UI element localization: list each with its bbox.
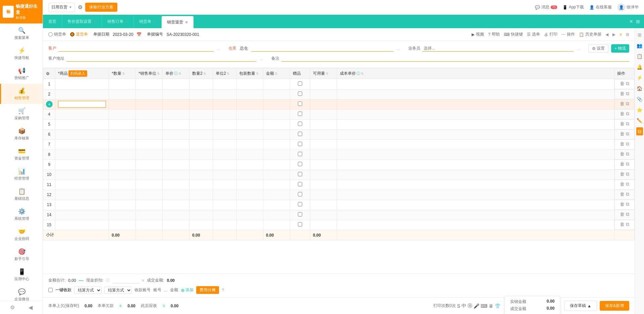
cell-unit-13[interactable] (136, 200, 163, 210)
copy-icon-7[interactable]: ⧉ (626, 141, 629, 148)
cell-gift-11[interactable] (290, 180, 310, 190)
cell-qty-11[interactable] (109, 180, 136, 190)
gift-checkbox-15[interactable] (298, 222, 302, 227)
cell-product-15[interactable] (55, 220, 109, 230)
cell-unit-4[interactable] (136, 109, 163, 119)
cell-qty2-1[interactable] (190, 79, 213, 89)
nav-prev-icon[interactable]: ◀ (605, 32, 608, 37)
copy-icon-8[interactable]: ⧉ (626, 151, 629, 158)
tab-close-sale-delivery[interactable]: ✕ (153, 20, 156, 23)
cell-qty2-2[interactable] (190, 89, 213, 99)
delete-icon-10[interactable]: 🗑 (620, 171, 625, 178)
gift-checkbox-13[interactable] (298, 202, 302, 206)
save-draft-btn[interactable]: 保存草稿 ▲ (564, 301, 597, 311)
payment-method-select[interactable]: 结算方式 (74, 287, 102, 294)
tab-sale-order[interactable]: 销售订单✕ (102, 15, 134, 28)
cell-product-5[interactable] (55, 119, 109, 129)
discount-input[interactable] (112, 277, 139, 284)
tab-close-sale-price[interactable]: ✕ (94, 20, 96, 23)
cell-unit-9[interactable] (136, 160, 163, 170)
copy-icon-10[interactable]: ⧉ (626, 171, 629, 178)
right-icon-6[interactable]: 🏠 (635, 84, 644, 92)
cell-cost-9[interactable] (337, 160, 614, 170)
cell-qty-5[interactable] (109, 119, 136, 129)
gift-checkbox-7[interactable] (298, 142, 302, 146)
sidebar-item-basic[interactable]: 📋 基础信息 (0, 184, 43, 204)
remark-input[interactable] (281, 55, 630, 62)
cell-cost-4[interactable] (337, 109, 614, 119)
cell-avail-1[interactable] (310, 79, 337, 89)
scan-btn[interactable]: 扫码录入 (68, 70, 87, 77)
cell-qty-7[interactable] (109, 139, 136, 149)
gift-checkbox-4[interactable] (298, 112, 302, 116)
copy-icon-11[interactable]: ⧉ (626, 181, 629, 188)
cell-price-13[interactable] (163, 200, 190, 210)
cell-cost-3[interactable] (337, 99, 614, 109)
add-fee-btn[interactable]: ⊕ 添加 (181, 287, 194, 293)
cell-qty-4[interactable] (109, 109, 136, 119)
salesman-input[interactable] (422, 45, 574, 52)
sidebar-item-marketing[interactable]: 📢 营销推广 (0, 64, 43, 84)
sidebar-item-purchase[interactable]: 🛒 采购管理 (0, 104, 43, 124)
cell-avail-7[interactable] (310, 139, 337, 149)
right-icon-7[interactable]: 📎 (635, 95, 644, 103)
cell-qty-8[interactable] (109, 149, 136, 160)
cell-qty-15[interactable] (109, 220, 136, 230)
cell-price-2[interactable] (163, 89, 190, 99)
delete-icon-1[interactable]: 🗑 (620, 81, 625, 87)
delete-icon-4[interactable]: 🗑 (620, 111, 625, 118)
add-row-btn[interactable]: + (46, 101, 53, 108)
settings-btn[interactable]: ⚙ 设置 (588, 44, 608, 53)
gift-checkbox-2[interactable] (298, 91, 302, 96)
gift-checkbox-3[interactable] (298, 102, 302, 106)
cell-qty-14[interactable] (109, 210, 136, 220)
copy-icon-14[interactable]: ⧉ (626, 211, 629, 218)
cell-gift-6[interactable] (290, 129, 310, 139)
gift-checkbox-10[interactable] (298, 172, 302, 176)
cell-unit2-7[interactable] (213, 139, 236, 149)
cell-cost-7[interactable] (337, 139, 614, 149)
calendar-icon[interactable]: 📅 (137, 32, 142, 37)
input-icon1[interactable]: 中 (462, 303, 466, 309)
cell-product-2[interactable] (55, 89, 109, 99)
cell-pkg-11[interactable] (236, 180, 263, 190)
cell-product-9[interactable] (55, 160, 109, 170)
address-dots-icon[interactable]: ... (260, 56, 263, 61)
cell-unit-11[interactable] (136, 180, 163, 190)
sidebar-item-shortcut[interactable]: ⚡ 快捷导航 (0, 44, 43, 64)
gift-checkbox-8[interactable] (298, 152, 302, 156)
cell-gift-14[interactable] (290, 210, 310, 220)
cell-amount-6[interactable] (263, 129, 290, 139)
cell-price-10[interactable] (163, 170, 190, 180)
gift-checkbox-9[interactable] (298, 162, 302, 166)
cell-product-6[interactable] (55, 129, 109, 139)
cell-avail-13[interactable] (310, 200, 337, 210)
cell-cost-13[interactable] (337, 200, 614, 210)
cell-price-7[interactable] (163, 139, 190, 149)
cell-pkg-15[interactable] (236, 220, 263, 230)
cell-unit2-3[interactable] (213, 99, 236, 109)
cell-unit-2[interactable] (136, 89, 163, 99)
cell-unit2-12[interactable] (213, 190, 236, 200)
cell-qty2-7[interactable] (190, 139, 213, 149)
cell-cost-11[interactable] (337, 180, 614, 190)
cell-avail-5[interactable] (310, 119, 337, 129)
cell-pkg-8[interactable] (236, 149, 263, 160)
cell-avail-15[interactable] (310, 220, 337, 230)
cell-qty2-9[interactable] (190, 160, 213, 170)
sidebar-item-enterprise[interactable]: 🤝 企业协同 (0, 225, 43, 245)
cell-price-15[interactable] (163, 220, 190, 230)
cell-qty2-15[interactable] (190, 220, 213, 230)
online-service-btn[interactable]: 👤 在线客服 (589, 4, 612, 10)
collapse-icon[interactable]: ◀ (29, 304, 33, 311)
cell-qty2-8[interactable] (190, 149, 213, 160)
cell-amount-4[interactable] (263, 109, 290, 119)
right-icon-9[interactable]: ✏️ (635, 117, 644, 125)
cell-gift-5[interactable] (290, 119, 310, 129)
cell-unit2-9[interactable] (213, 160, 236, 170)
save-new-btn[interactable]: 保存&新增 (600, 301, 629, 311)
cell-pkg-5[interactable] (236, 119, 263, 129)
cell-unit-7[interactable] (136, 139, 163, 149)
delete-icon-9[interactable]: 🗑 (620, 161, 625, 168)
cell-qty2-12[interactable] (190, 190, 213, 200)
